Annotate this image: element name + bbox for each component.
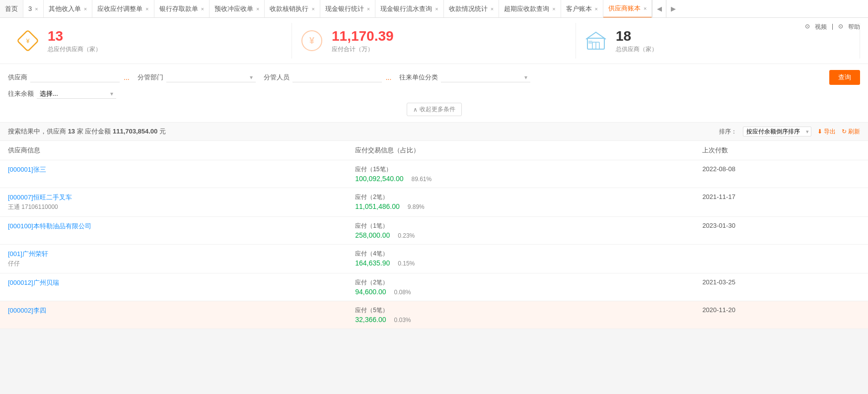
close-tab-collection-stats-icon[interactable]: × — [491, 6, 494, 12]
tx-row-4: 164,635.90 0.15% — [355, 258, 686, 267]
tx-row-1: 100,092,540.00 89.61% — [355, 174, 686, 183]
help-link[interactable]: 帮助 — [848, 23, 860, 31]
supplier-link-2[interactable]: [000007]恒旺二手叉车 — [8, 194, 72, 201]
tx-label-3: 应付（1笔） — [355, 222, 686, 230]
payable-suppliers-number: 13 — [48, 28, 101, 45]
close-tab-overdue-icon[interactable]: × — [552, 6, 555, 12]
nav-tab-3[interactable]: 3 × — [23, 0, 44, 18]
category-select[interactable] — [441, 72, 530, 82]
nav-tab-overdue[interactable]: 超期应收款查询 × — [499, 0, 561, 18]
nav-tab-customer-ledger[interactable]: 客户账本 × — [561, 0, 603, 18]
video-link[interactable]: 视频 — [815, 23, 827, 31]
close-tab-prepay-icon[interactable]: × — [256, 6, 259, 12]
filter-dept: 分管部门 — [138, 72, 256, 82]
tx-percent-3: 0.23% — [398, 232, 415, 239]
close-tab-customer-ledger-icon[interactable]: × — [595, 6, 598, 12]
col-header-supplier: 供应商信息 — [0, 141, 347, 160]
supplier-link-6[interactable]: [000002]李四 — [8, 307, 46, 314]
tx-amount-3[interactable]: 258,000.00 — [355, 231, 390, 239]
tx-row-5: 94,600.00 0.08% — [355, 287, 686, 296]
collapse-button[interactable]: ∧ 收起更多条件 — [407, 103, 462, 116]
tx-cell-4: 应付（4笔） 164,635.90 0.15% — [347, 245, 694, 273]
tx-percent-4: 0.15% — [398, 260, 415, 267]
supplier-link-1[interactable]: [000001]张三 — [8, 166, 46, 173]
refresh-button[interactable]: ↻ 刷新 — [842, 128, 860, 136]
supplier-input[interactable] — [30, 72, 120, 82]
table-header-row: 供应商信息 应付交易信息（占比） 上次付数 — [0, 141, 868, 160]
person-input[interactable] — [292, 72, 382, 82]
dept-label: 分管部门 — [138, 73, 163, 82]
close-tab-ar-adjustment-icon[interactable]: × — [145, 6, 148, 12]
nav-tab-home[interactable]: 首页 — [0, 0, 23, 18]
dept-select[interactable] — [166, 72, 256, 82]
nav-tab-cash-flow[interactable]: 现金银行流水查询 × — [375, 0, 443, 18]
nav-tab-collection[interactable]: 收款核销执行 × — [265, 0, 320, 18]
tx-percent-1: 89.61% — [412, 176, 432, 183]
tx-amount-4[interactable]: 164,635.90 — [355, 259, 390, 267]
last-payment-6: 2020-11-20 — [694, 301, 868, 329]
nav-right-arrow[interactable]: ▶ — [666, 0, 680, 18]
top-navigation: 首页 3 × 其他收入单 × 应收应付调整单 × 银行存取款单 × 预收冲应收单… — [0, 0, 868, 18]
tx-amount-5[interactable]: 94,600.00 — [355, 288, 386, 296]
collapse-icon: ∧ — [413, 106, 418, 113]
supplier-sub-2: 王通 17106110000 — [8, 203, 339, 211]
sort-label: 排序： — [719, 128, 737, 136]
export-button[interactable]: ⬇ 导出 — [817, 128, 836, 136]
tx-amount-2[interactable]: 11,051,486.00 — [355, 202, 400, 210]
nav-tab-ar-adjustment[interactable]: 应收应付调整单 × — [92, 0, 154, 18]
diamond-icon: ¥ — [13, 26, 43, 56]
supplier-link-4[interactable]: [001]广州荣轩 — [8, 250, 48, 258]
supplier-cell-1: [000001]张三 — [0, 160, 347, 188]
filter-row-2: 往来余额 选择... — [8, 89, 860, 99]
tx-cell-6: 应付（5笔） 32,366.00 0.03% — [347, 301, 694, 329]
tx-amount-1[interactable]: 100,092,540.00 — [355, 175, 403, 183]
yuan-icon: ¥ — [297, 26, 327, 56]
last-payment-2: 2021-11-17 — [694, 188, 868, 217]
nav-tab-cash-stats[interactable]: 现金银行统计 × — [320, 0, 375, 18]
close-tab-other-income-icon[interactable]: × — [84, 6, 87, 12]
balance-select[interactable]: 选择... — [37, 89, 116, 99]
last-payment-1: 2022-08-08 — [694, 160, 868, 188]
person-label: 分管人员 — [264, 73, 289, 82]
result-text: 搜索结果中，供应商 13 家 应付金额 111,703,854.00 元 — [8, 127, 166, 136]
tx-cell-1: 应付（15笔） 100,092,540.00 89.61% — [347, 160, 694, 188]
balance-select-wrap: 选择... — [37, 89, 116, 99]
summary-bar: ¥ 13 总应付供应商（家） ¥ 11,170.39 应付合计（万） — [0, 18, 868, 64]
sort-select[interactable]: 按应付余额倒序排序 — [743, 127, 811, 136]
supplier-ellipsis-btn[interactable]: ... — [124, 73, 130, 81]
supplier-link-5[interactable]: [000012]广州贝瑞 — [8, 279, 59, 286]
close-tab-cash-flow-icon[interactable]: × — [435, 6, 438, 12]
tx-percent-5: 0.08% — [394, 289, 411, 296]
close-tab-collection-icon[interactable]: × — [311, 6, 314, 12]
payable-amount-number: 11,170.39 — [332, 28, 394, 45]
table-row: [000001]张三 应付（15笔） 100,092,540.00 89.61%… — [0, 160, 868, 188]
nav-tab-prepay[interactable]: 预收冲应收单 × — [210, 0, 265, 18]
tx-row-6: 32,366.00 0.03% — [355, 315, 686, 324]
close-tab-bank-deposit-icon[interactable]: × — [201, 6, 204, 12]
circle-icon2: ⊙ — [838, 23, 843, 31]
summary-content-payable-amount: 11,170.39 应付合计（万） — [332, 28, 394, 54]
right-tools: 排序： 按应付余额倒序排序 ⬇ 导出 ↻ 刷新 — [719, 127, 860, 136]
nav-left-arrow[interactable]: ◀ — [652, 0, 666, 18]
nav-tab-supplier-ledger[interactable]: 供应商账本 × — [603, 0, 652, 18]
close-tab-cash-stats-icon[interactable]: × — [367, 6, 370, 12]
top-links: ⊙ 视频 | ⊙ 帮助 — [805, 23, 860, 31]
nav-tab-bank-deposit[interactable]: 银行存取款单 × — [154, 0, 210, 18]
close-tab-3-icon[interactable]: × — [35, 6, 38, 12]
tx-cell-3: 应付（1笔） 258,000.00 0.23% — [347, 217, 694, 245]
close-tab-supplier-ledger-icon[interactable]: × — [644, 5, 647, 11]
supplier-cell-6: [000002]李四 — [0, 301, 347, 329]
nav-tab-other-income[interactable]: 其他收入单 × — [44, 0, 92, 18]
query-button[interactable]: 查询 — [829, 70, 860, 85]
nav-tab-collection-stats[interactable]: 收款情况统计 × — [444, 0, 499, 18]
last-payment-4 — [694, 245, 868, 273]
tx-percent-2: 9.89% — [408, 203, 425, 210]
filter-category: 往来单位分类 — [399, 72, 530, 82]
supplier-link-3[interactable]: [000100]本特勒油品有限公司 — [8, 222, 91, 230]
tx-row-2: 11,051,486.00 9.89% — [355, 201, 686, 210]
filter-balance: 往来余额 选择... — [8, 89, 116, 99]
supplier-label: 供应商 — [8, 73, 27, 82]
tx-amount-6[interactable]: 32,366.00 — [355, 316, 386, 324]
person-ellipsis-btn[interactable]: ... — [386, 73, 392, 81]
summary-card-payable-suppliers: ¥ 13 总应付供应商（家） — [8, 23, 292, 59]
